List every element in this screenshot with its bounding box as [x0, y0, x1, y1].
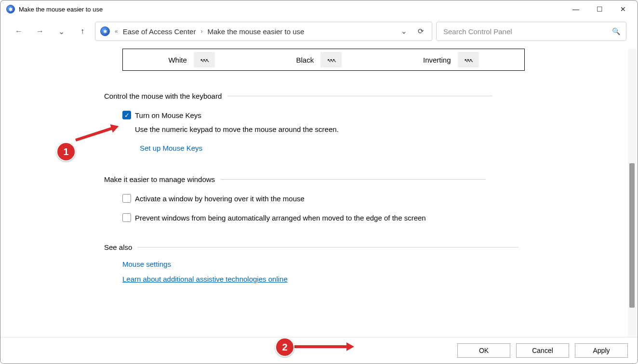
annotation-arrow-2 [294, 345, 347, 348]
mousekeys-checkbox[interactable] [122, 111, 131, 119]
chevron-right-icon: › [200, 28, 202, 35]
setup-mousekeys-link[interactable]: Set up Mouse Keys [140, 144, 618, 152]
back-button[interactable]: ← [10, 23, 27, 40]
hover-activate-label: Activate a window by hovering over it wi… [135, 195, 305, 203]
search-input[interactable] [442, 27, 612, 36]
app-icon: ✱ [6, 5, 15, 13]
assistive-tech-link[interactable]: Learn about additional assistive technol… [122, 275, 288, 283]
scrollbar[interactable] [628, 49, 637, 337]
pointer-option-white[interactable]: White ↖↖↖ [168, 52, 214, 67]
maximize-button[interactable]: ☐ [597, 5, 603, 13]
hover-activate-checkbox[interactable] [122, 194, 131, 203]
prevent-snap-label: Prevent windows from being automatically… [135, 214, 426, 222]
pointer-option-black[interactable]: Black ↖↖↖ [296, 52, 342, 67]
search-box[interactable]: 🔍 [436, 22, 626, 41]
pointer-color-group[interactable]: White ↖↖↖ Black ↖↖↖ Inverting ↖↖↖ [122, 49, 525, 71]
address-dropdown[interactable]: ⌄ [398, 27, 410, 36]
annotation-badge-1: 1 [56, 142, 76, 161]
breadcrumb-current[interactable]: Make the mouse easier to use [207, 27, 304, 36]
scrollbar-thumb[interactable] [629, 163, 635, 308]
content-area: White ↖↖↖ Black ↖↖↖ Inverting ↖↖↖ Contro… [0, 49, 638, 338]
title-bar: ✱ Make the mouse easier to use ― ☐ ✕ [0, 0, 638, 18]
pointer-option-inverting[interactable]: Inverting ↖↖↖ [423, 52, 479, 67]
cancel-button[interactable]: Cancel [516, 343, 569, 358]
mousekeys-checkbox-label: Turn on Mouse Keys [135, 111, 201, 119]
annotation-badge-2: 2 [275, 338, 294, 357]
prevent-snap-row: Prevent windows from being automatically… [122, 213, 618, 222]
forward-button[interactable]: → [31, 23, 49, 40]
cursor-sample-white: ↖↖↖ [194, 52, 215, 67]
window-controls: ― ☐ ✕ [572, 5, 638, 13]
toolbar: ← → ⌄ ↑ ✱ « Ease of Access Center › Make… [0, 18, 638, 49]
button-bar: OK Cancel Apply [0, 338, 638, 364]
window-title: Make the mouse easier to use [19, 6, 103, 13]
apply-button[interactable]: Apply [575, 343, 628, 358]
mousekeys-description: Use the numeric keypad to move the mouse… [135, 125, 618, 133]
mouse-settings-link[interactable]: Mouse settings [122, 260, 171, 268]
up-button[interactable]: ↑ [74, 23, 91, 40]
mousekeys-checkbox-row: Turn on Mouse Keys [122, 111, 618, 119]
prevent-snap-checkbox[interactable] [122, 213, 131, 222]
search-icon[interactable]: 🔍 [612, 27, 620, 35]
location-icon: ✱ [100, 26, 110, 36]
ok-button[interactable]: OK [457, 343, 510, 358]
history-dropdown[interactable]: ⌄ [53, 23, 70, 40]
address-bar[interactable]: ✱ « Ease of Access Center › Make the mou… [95, 22, 432, 41]
minimize-button[interactable]: ― [572, 5, 579, 13]
hover-activate-row: Activate a window by hovering over it wi… [122, 194, 618, 203]
section-windows: Make it easier to manage windows [104, 175, 618, 183]
cursor-sample-inverting: ↖↖↖ [458, 52, 479, 67]
cursor-sample-black: ↖↖↖ [320, 52, 342, 67]
breadcrumb-parent[interactable]: Ease of Access Center [123, 27, 196, 36]
section-seealso: See also [104, 243, 618, 251]
breadcrumb-ellipsis[interactable]: « [115, 28, 118, 35]
section-mousekeys: Control the mouse with the keyboard [104, 92, 618, 100]
close-button[interactable]: ✕ [620, 5, 626, 13]
refresh-button[interactable]: ⟳ [415, 27, 427, 36]
